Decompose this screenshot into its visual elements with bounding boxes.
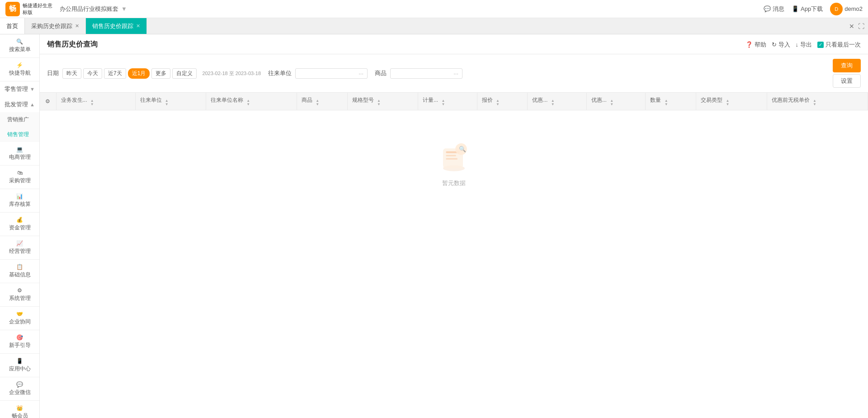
sort-qty: ▲▼ — [665, 99, 668, 106]
help-icon: ❓ — [745, 41, 753, 48]
sidebar-item-finance[interactable]: 💰 资金管理 — [0, 213, 39, 236]
sidebar-item-basic-info[interactable]: 📋 基础信息 — [0, 260, 39, 283]
th-partner-name[interactable]: 往来单位名称 ▲▼ — [206, 93, 297, 110]
svg-rect-3 — [446, 155, 456, 156]
th-pre-tax-price[interactable]: 优惠前无税单价 ▲▼ — [767, 93, 868, 110]
sort-pre-tax-price: ▲▼ — [813, 99, 816, 106]
finance-icon: 💰 — [16, 217, 23, 223]
tab-purchase-history[interactable]: 采购历史价跟踪 ✕ — [25, 18, 86, 34]
tab-sales-close[interactable]: ✕ — [136, 23, 140, 29]
sidebar-item-sys-mgmt[interactable]: ⚙ 系统管理 — [0, 283, 39, 307]
tab-home-label: 首页 — [6, 22, 18, 30]
logo: 畅 畅捷通好生意 标版 — [5, 2, 52, 16]
th-trade-type[interactable]: 交易类型 ▲▼ — [696, 93, 767, 110]
sort-product: ▲▼ — [316, 99, 319, 106]
help-btn[interactable]: ❓ 帮助 — [745, 41, 766, 49]
th-biz-date[interactable]: 业务发生... ▲▼ — [56, 93, 135, 110]
tab-home[interactable]: 首页 — [0, 18, 25, 34]
export-btn[interactable]: ↓ 导出 — [796, 41, 812, 49]
sidebar-item-member[interactable]: 👑 畅会员 — [0, 401, 39, 418]
sidebar-item-search-menu[interactable]: 🔍 搜索菜单 — [0, 34, 39, 58]
product-label: 商品 — [375, 69, 387, 77]
sidebar: 🔍 搜索菜单 ⚡ 快捷导航 零售管理 ▼ 批发管理 ▲ 营销推广 销售管理 💻 … — [0, 34, 40, 418]
product-input[interactable]: ··· — [390, 68, 462, 79]
date-filter-group: 日期 昨天 今天 近7天 近1月 更多 自定义 2023-02-18 至 202… — [47, 68, 261, 79]
filter-right-btns: 查询 设置 — [833, 59, 861, 88]
sidebar-item-quick-nav[interactable]: ⚡ 快捷导航 — [0, 58, 39, 81]
sidebar-item-new-guide[interactable]: 🎯 新手引导 — [0, 330, 39, 354]
sidebar-item-wholesale-mgmt[interactable]: 批发管理 ▲ — [0, 97, 39, 112]
enterprise-wechat-icon: 💬 — [16, 381, 23, 388]
date-btn-7days[interactable]: 近7天 — [104, 68, 126, 79]
th-gear[interactable]: ⚙ — [40, 93, 56, 110]
date-btn-yesterday[interactable]: 昨天 — [62, 68, 81, 79]
logo-text: 畅捷通好生意 标版 — [23, 2, 52, 15]
page-actions: ❓ 帮助 ↻ 导入 ↓ 导出 ✓ 只看最后一次 — [745, 41, 861, 49]
settings-button[interactable]: 设置 — [833, 74, 861, 88]
th-product[interactable]: 商品 ▲▼ — [297, 93, 347, 110]
table-container: ⚙ 业务发生... ▲▼ 往来单位 ▲▼ 往来单位名称 ▲▼ — [40, 93, 868, 418]
empty-icon: 🔍 — [436, 138, 472, 174]
maximize-icon[interactable]: ⛶ — [858, 23, 864, 30]
date-buttons: 昨天 今天 近7天 近1月 更多 自定义 — [62, 68, 197, 79]
app-download-btn[interactable]: 📱 App下载 — [792, 5, 823, 13]
th-qty[interactable]: 数量 ▲▼ — [646, 93, 696, 110]
date-btn-today[interactable]: 今天 — [83, 68, 102, 79]
sidebar-item-enterprise-wechat[interactable]: 💬 企业微信 — [0, 377, 39, 401]
sidebar-item-retail-mgmt[interactable]: 零售管理 ▼ — [0, 81, 39, 97]
th-discount1[interactable]: 优惠... ▲▼ — [528, 93, 586, 110]
page-header: 销售历史价查询 ❓ 帮助 ↻ 导入 ↓ 导出 ✓ — [40, 34, 868, 54]
sidebar-item-app-center[interactable]: 📱 应用中心 — [0, 354, 39, 377]
sidebar-item-sales-mgmt[interactable]: 销售管理 — [0, 127, 39, 142]
th-discount2[interactable]: 优惠... ▲▼ — [586, 93, 645, 110]
dropdown-icon[interactable]: ▼ — [121, 5, 127, 12]
query-button[interactable]: 查询 — [833, 59, 861, 72]
sort-partner-code: ▲▼ — [165, 99, 169, 106]
sidebar-item-marketing[interactable]: 营销推广 — [0, 112, 39, 127]
svg-rect-4 — [446, 158, 458, 160]
sidebar-item-purchase[interactable]: 🛍 采购管理 — [0, 166, 39, 189]
tab-purchase-close[interactable]: ✕ — [75, 23, 79, 29]
table-header-row: ⚙ 业务发生... ▲▼ 往来单位 ▲▼ 往来单位名称 ▲▼ — [40, 93, 868, 110]
sys-mgmt-icon: ⚙ — [17, 287, 22, 294]
ops-icon: 📈 — [16, 240, 23, 247]
data-table: ⚙ 业务发生... ▲▼ 往来单位 ▲▼ 往来单位名称 ▲▼ — [40, 93, 868, 110]
sidebar-item-inventory[interactable]: 📊 库存核算 — [0, 189, 39, 213]
th-spec[interactable]: 规格型号 ▲▼ — [347, 93, 418, 110]
date-btn-1month[interactable]: 近1月 — [128, 68, 150, 79]
tabbar-spacer — [147, 18, 845, 34]
user-profile[interactable]: D demo2 — [830, 3, 863, 15]
avatar: D — [830, 3, 843, 15]
partner-input[interactable]: ··· — [295, 68, 368, 79]
download-icon: 📱 — [792, 5, 799, 12]
sidebar-item-enterprise-collab[interactable]: 🤝 企业协同 — [0, 307, 39, 330]
th-quote[interactable]: 报价 ▲▼ — [477, 93, 528, 110]
app-title: 办公用品行业模拟账套 ▼ — [60, 5, 760, 13]
date-btn-more[interactable]: 更多 — [151, 68, 170, 79]
close-tab-icon[interactable]: ✕ — [849, 23, 854, 30]
topbar-actions: 💬 消息 📱 App下载 D demo2 — [764, 3, 863, 15]
sidebar-item-ops[interactable]: 📈 经营管理 — [0, 236, 39, 260]
sort-unit: ▲▼ — [442, 99, 445, 106]
enterprise-collab-icon: 🤝 — [16, 311, 23, 317]
retail-chevron-icon: ▼ — [30, 86, 35, 92]
empty-state: 🔍 暂元数据 — [40, 110, 868, 214]
date-btn-custom[interactable]: 自定义 — [172, 68, 197, 79]
sort-discount2: ▲▼ — [610, 99, 613, 106]
th-partner-code[interactable]: 往来单位 ▲▼ — [135, 93, 206, 110]
import-btn[interactable]: ↻ 导入 — [772, 41, 790, 49]
partner-filter-group: 往来单位 ··· — [268, 68, 368, 79]
message-btn[interactable]: 💬 消息 — [764, 5, 784, 13]
sort-biz-date: ▲▼ — [90, 99, 94, 106]
empty-text: 暂元数据 — [442, 179, 466, 187]
tab-purchase-label: 采购历史价跟踪 — [31, 22, 72, 30]
sidebar-item-ecommerce[interactable]: 💻 电商管理 — [0, 142, 39, 166]
checkbox-checked-icon: ✓ — [817, 42, 824, 48]
wholesale-chevron-icon: ▲ — [30, 102, 35, 107]
sort-discount1: ▲▼ — [551, 99, 555, 106]
th-unit[interactable]: 计量... ▲▼ — [418, 93, 477, 110]
tab-sales-history[interactable]: 销售历史价跟踪 ✕ — [86, 18, 147, 34]
only-last-checkbox[interactable]: ✓ 只看最后一次 — [817, 41, 861, 49]
app-center-icon: 📱 — [16, 358, 23, 364]
message-icon: 💬 — [764, 5, 771, 12]
